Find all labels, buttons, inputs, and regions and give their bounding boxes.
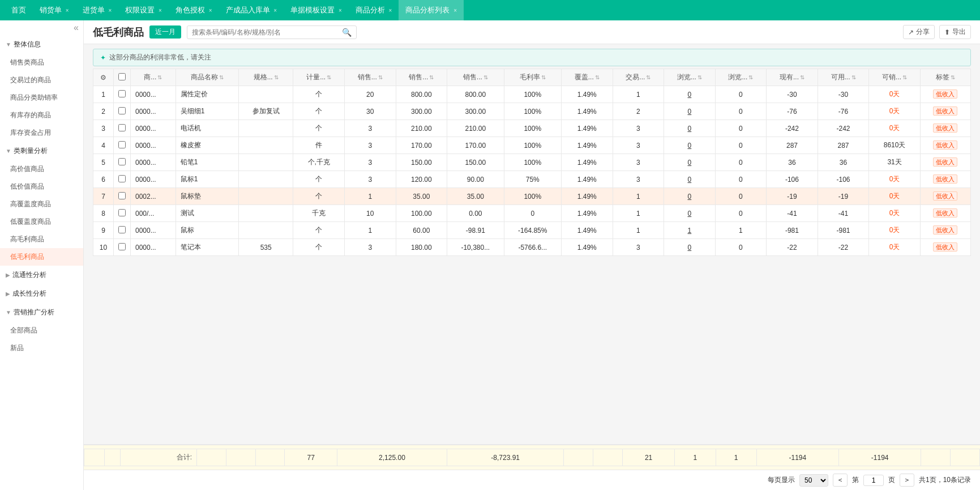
nav-product-analysis-list[interactable]: 商品分析列表 × — [399, 0, 464, 20]
row-checkbox[interactable] — [114, 205, 131, 222]
sidebar-item-low-coverage[interactable]: 低覆盖度商品 — [0, 213, 83, 231]
search-input[interactable] — [192, 28, 342, 36]
export-btn[interactable]: ⬆ 导出 — [939, 25, 971, 39]
col-coverage[interactable]: 覆盖...⇅ — [562, 69, 613, 86]
sidebar-group-surplus[interactable]: ▼ 类剩量分析 — [0, 142, 83, 160]
col-gross-rate[interactable]: 毛利率⇅ — [504, 69, 561, 86]
search-box: 🔍 — [187, 25, 357, 39]
row-select-checkbox[interactable] — [118, 90, 126, 97]
col-settings[interactable]: ⚙ — [93, 69, 114, 86]
row-view1[interactable]: 0 — [664, 137, 716, 154]
sidebar-item-low-value[interactable]: 低价值商品 — [0, 178, 83, 195]
col-spec[interactable]: 规格...⇅ — [238, 69, 293, 86]
nav-product-analysis[interactable]: 商品分析 × — [349, 0, 399, 20]
col-name[interactable]: 商品名称⇅ — [176, 69, 238, 86]
col-view2[interactable]: 浏览...⇅ — [715, 69, 767, 86]
sidebar-group-marketing[interactable]: ▼ 营销推广分析 — [0, 303, 83, 322]
row-no: 3 — [93, 120, 114, 137]
sidebar-item-high-coverage[interactable]: 高覆盖度商品 — [0, 195, 83, 213]
row-checkbox[interactable] — [114, 86, 131, 103]
row-select-checkbox[interactable] — [118, 124, 126, 131]
nav-close-template[interactable]: × — [337, 7, 342, 14]
row-view1[interactable]: 0 — [664, 154, 716, 171]
page-number-input[interactable] — [863, 475, 884, 486]
row-checkbox[interactable] — [114, 103, 131, 120]
row-checkbox[interactable] — [114, 154, 131, 171]
col-sales-profit[interactable]: 销售...⇅ — [447, 69, 504, 86]
sidebar-item-traded-goods[interactable]: 交易过的商品 — [0, 71, 83, 89]
next-page-btn[interactable]: ＞ — [900, 474, 914, 487]
col-code[interactable]: 商...⇅ — [131, 69, 176, 86]
col-unit[interactable]: 计量...⇅ — [293, 69, 345, 86]
row-view1[interactable]: 0 — [664, 103, 716, 120]
row-view1[interactable]: 0 — [664, 188, 716, 205]
row-checkbox[interactable] — [114, 239, 131, 256]
row-checkbox[interactable] — [114, 137, 131, 154]
time-filter-btn[interactable]: 近一月 — [149, 25, 181, 39]
nav-close-analysis-list[interactable]: × — [452, 7, 457, 14]
row-select-checkbox[interactable] — [118, 158, 126, 165]
nav-close-purchase[interactable]: × — [107, 7, 112, 14]
row-view2: 0 — [715, 239, 767, 256]
table-row: 8 000/... 测试 千克 10 100.00 0.00 0 1.49% 1… — [93, 205, 971, 222]
nav-close-inbound[interactable]: × — [272, 7, 277, 14]
row-select-checkbox[interactable] — [118, 141, 126, 148]
sidebar-item-capital[interactable]: 库存资金占用 — [0, 124, 83, 142]
col-tag[interactable]: 标签⇅ — [920, 69, 970, 86]
sidebar-group-growth[interactable]: ▶ 成长性分析 — [0, 284, 83, 303]
row-checkbox[interactable] — [114, 171, 131, 188]
row-checkbox[interactable] — [114, 120, 131, 137]
sidebar-item-high-margin[interactable]: 高毛利商品 — [0, 231, 83, 248]
sidebar-item-sales-goods[interactable]: 销售类商品 — [0, 54, 83, 71]
sidebar-item-new-goods[interactable]: 新品 — [0, 339, 83, 357]
row-view1[interactable]: 1 — [664, 222, 716, 239]
sidebar-group-overall[interactable]: ▼ 整体信息 — [0, 35, 83, 54]
nav-close-permissions[interactable]: × — [157, 7, 162, 14]
row-select-checkbox[interactable] — [118, 209, 126, 216]
row-checkbox[interactable] — [114, 188, 131, 205]
nav-close-role[interactable]: × — [207, 7, 212, 14]
col-trade[interactable]: 交易...⇅ — [613, 69, 664, 86]
col-view1[interactable]: 浏览...⇅ — [664, 69, 716, 86]
row-view1[interactable]: 0 — [664, 171, 716, 188]
share-btn[interactable]: ↗ 分享 — [903, 25, 935, 39]
nav-product-inbound[interactable]: 产成品入库单 × — [219, 0, 284, 20]
row-select-checkbox[interactable] — [118, 175, 126, 182]
row-view1[interactable]: 0 — [664, 205, 716, 222]
row-view1[interactable]: 0 — [664, 86, 716, 103]
sidebar-item-high-value[interactable]: 高价值商品 — [0, 160, 83, 178]
row-select-checkbox[interactable] — [118, 107, 126, 114]
nav-permissions[interactable]: 权限设置 × — [118, 0, 169, 20]
row-checkbox[interactable] — [114, 222, 131, 239]
prev-page-btn[interactable]: ＜ — [833, 474, 848, 487]
sidebar-item-all-goods[interactable]: 全部商品 — [0, 322, 83, 339]
nav-template-settings[interactable]: 单据模板设置 × — [284, 0, 349, 20]
sidebar-collapse-btn[interactable]: « — [0, 20, 83, 35]
search-icon[interactable]: 🔍 — [342, 28, 352, 37]
col-saleable[interactable]: 可销...⇅ — [869, 69, 921, 86]
nav-home[interactable]: 首页 — [5, 0, 33, 20]
nav-purchase-order[interactable]: 进货单 × — [76, 0, 119, 20]
select-all-checkbox[interactable] — [118, 73, 126, 80]
sidebar-group-circulation[interactable]: ▶ 流通性分析 — [0, 266, 83, 284]
nav-close-analysis[interactable]: × — [387, 7, 392, 14]
col-sales-price[interactable]: 销售...⇅ — [396, 69, 447, 86]
sidebar-item-category-rate[interactable]: 商品分类助销率 — [0, 89, 83, 106]
nav-role-auth[interactable]: 角色授权 × — [169, 0, 219, 20]
row-view1[interactable]: 0 — [664, 239, 716, 256]
nav-sales-order[interactable]: 销货单 × — [33, 0, 76, 20]
col-checkbox[interactable] — [114, 69, 131, 86]
arrow-icon: ▼ — [6, 41, 11, 48]
row-select-checkbox[interactable] — [118, 243, 126, 250]
col-current-stock[interactable]: 现有...⇅ — [767, 69, 818, 86]
row-unit: 千克 — [293, 205, 345, 222]
col-available[interactable]: 可用...⇅ — [818, 69, 869, 86]
row-select-checkbox[interactable] — [118, 226, 126, 233]
col-sales-qty[interactable]: 销售...⇅ — [344, 69, 396, 86]
per-page-select[interactable]: 50 20 100 — [799, 474, 828, 487]
sidebar-item-low-margin[interactable]: 低毛利商品 — [0, 248, 83, 266]
row-select-checkbox[interactable] — [118, 192, 126, 199]
row-view1[interactable]: 0 — [664, 120, 716, 137]
nav-close-sales[interactable]: × — [64, 7, 69, 14]
sidebar-item-in-stock[interactable]: 有库存的商品 — [0, 106, 83, 124]
